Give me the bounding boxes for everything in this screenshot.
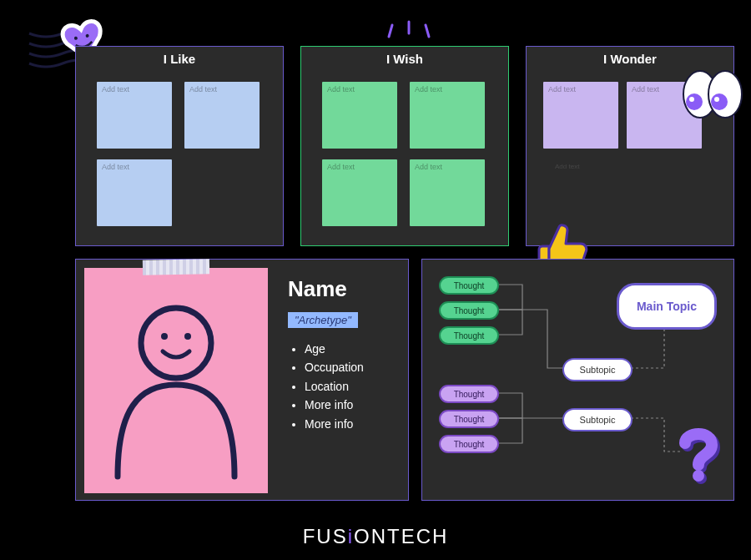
sticky-note[interactable]: Add text xyxy=(627,82,702,149)
panel-persona[interactable]: Name "Archetype" Age Occupation Location… xyxy=(75,259,409,501)
panel-i-wish[interactable]: I Wish Add text Add text Add text Add te… xyxy=(300,46,509,246)
tape-icon xyxy=(143,259,209,275)
persona-name[interactable]: Name xyxy=(288,276,396,302)
sticky-note[interactable]: Add text xyxy=(322,159,397,226)
svg-line-2 xyxy=(389,25,392,37)
svg-point-17 xyxy=(141,308,211,378)
persona-bullet[interactable]: More info xyxy=(305,396,396,414)
sticky-note[interactable]: Add text xyxy=(410,159,485,226)
persona-bullets[interactable]: Age Occupation Location More info More i… xyxy=(288,340,396,433)
persona-bullet[interactable]: Occupation xyxy=(305,358,396,376)
panel-title-wonder: I Wonder xyxy=(527,47,733,71)
persona-image xyxy=(84,268,268,493)
thought-node[interactable]: Thought xyxy=(439,410,499,428)
thought-node[interactable]: Thought xyxy=(439,301,499,320)
persona-archetype[interactable]: "Archetype" xyxy=(288,312,358,328)
panel-i-wonder[interactable]: I Wonder Add text Add text Add text xyxy=(526,46,734,246)
thought-node[interactable]: Thought xyxy=(439,435,499,453)
sticky-note[interactable]: Add text xyxy=(322,82,397,149)
panel-mindmap[interactable]: Thought Thought Thought Thought Thought … xyxy=(421,259,734,501)
panel-title-like: I Like xyxy=(76,47,283,71)
svg-point-0 xyxy=(74,36,78,40)
sticky-note[interactable]: Add text xyxy=(543,82,618,149)
persona-bullet[interactable]: Age xyxy=(305,340,396,358)
sticky-note[interactable]: Add text xyxy=(410,82,485,149)
brand-logo: FUSiONTECH xyxy=(0,525,751,548)
svg-point-19 xyxy=(184,333,191,340)
thought-node[interactable]: Thought xyxy=(439,385,499,403)
subtopic-node[interactable]: Subtopic xyxy=(562,408,633,431)
subtopic-node[interactable]: Subtopic xyxy=(562,358,633,381)
sticky-note[interactable]: Add text xyxy=(97,82,172,149)
panel-title-wish: I Wish xyxy=(301,47,508,71)
sticky-note[interactable]: Add text xyxy=(184,82,260,149)
persona-figure-icon xyxy=(84,268,268,493)
panel-i-like[interactable]: I Like Add text Add text Add text xyxy=(75,46,284,246)
persona-bullet[interactable]: Location xyxy=(305,377,396,396)
svg-point-18 xyxy=(161,333,168,340)
main-topic-node[interactable]: Main Topic xyxy=(617,283,717,330)
thought-node[interactable]: Thought xyxy=(439,326,499,345)
persona-bullet[interactable]: More info xyxy=(305,415,396,433)
svg-point-1 xyxy=(85,34,89,38)
thought-node[interactable]: Thought xyxy=(439,276,499,295)
svg-line-4 xyxy=(426,25,429,37)
sticky-note[interactable]: Add text xyxy=(550,159,692,174)
sticky-note[interactable]: Add text xyxy=(97,159,172,226)
